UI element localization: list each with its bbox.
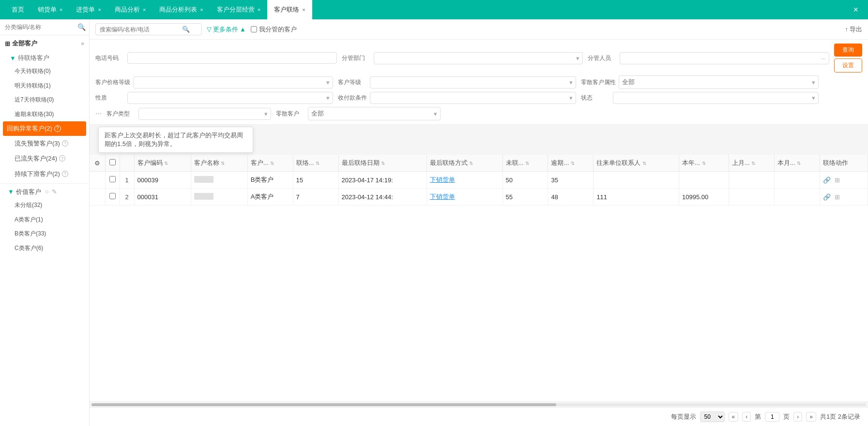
nav-close-customer-contact[interactable]: × xyxy=(302,0,305,19)
col-grade[interactable]: 客户... ⇅ xyxy=(247,155,293,172)
last-page-btn[interactable]: » xyxy=(806,412,816,422)
more-conditions-btn[interactable]: ▽ 更多条件 ▲ xyxy=(207,25,246,34)
nav-purchase-order[interactable]: 进货单 × xyxy=(69,0,107,19)
row-checkbox-cell[interactable] xyxy=(105,172,120,189)
sidebar-item-class-c[interactable]: C类客户(6) xyxy=(0,241,89,256)
first-page-btn[interactable]: « xyxy=(729,412,739,422)
nav-close-product-analysis[interactable]: × xyxy=(143,0,146,19)
col-this-month[interactable]: 本月... ⇅ xyxy=(774,155,820,172)
filter-retail-attr-select[interactable]: 全部 ▾ xyxy=(619,75,819,89)
prev-page-btn[interactable]: ‹ xyxy=(742,412,751,422)
settings-button[interactable]: 设置 xyxy=(834,59,862,73)
nav-close-product-analysis-list[interactable]: × xyxy=(200,0,203,19)
col-this-year[interactable]: 本年... ⇅ xyxy=(679,155,729,172)
col-uncontacted[interactable]: 未联... ⇅ xyxy=(503,155,548,172)
sidebar-all-customers[interactable]: ⊞ 全部客户 » xyxy=(0,35,89,52)
row-checkbox-1[interactable] xyxy=(109,193,116,199)
nav-product-analysis[interactable]: 商品分析 × xyxy=(108,0,152,19)
sidebar-search-input[interactable] xyxy=(5,24,77,30)
sidebar-item-churn-warning[interactable]: 流失预警客户(3) ? xyxy=(0,136,89,151)
sidebar-item-overdue-contact[interactable]: 逾期未联络(30) xyxy=(0,107,89,122)
filter-price-grade-select[interactable]: ▾ xyxy=(133,76,333,88)
col-customer-code[interactable]: 客户编码 ⇅ xyxy=(134,155,191,172)
row-last-method-cell[interactable]: 下销货单 xyxy=(426,189,503,206)
col-checkbox[interactable] xyxy=(105,155,120,172)
page-number-input[interactable] xyxy=(765,412,779,422)
col-last-contact-date[interactable]: 最后联络日期 ⇅ xyxy=(338,155,426,172)
main-search-icon[interactable]: 🔍 xyxy=(182,26,190,33)
column-settings-icon[interactable]: ⚙ xyxy=(94,160,100,167)
action-link-icon-0[interactable]: 🔗 xyxy=(823,176,831,184)
sidebar-item-today-contact[interactable]: 今天待联络(0) xyxy=(0,64,89,79)
query-button[interactable]: 查询 xyxy=(834,44,862,57)
col-settings[interactable]: ⚙ xyxy=(90,155,105,172)
sort-icon-grade[interactable]: ⇅ xyxy=(270,161,274,166)
nav-product-analysis-list[interactable]: 商品分析列表 × xyxy=(152,0,210,19)
sort-icon-name[interactable]: ⇅ xyxy=(221,161,225,166)
sort-icon-last-date[interactable]: ⇅ xyxy=(381,161,385,166)
sidebar-collapse-btn[interactable]: » xyxy=(81,40,84,47)
row-checkbox-0[interactable] xyxy=(109,176,116,182)
main-search-input[interactable] xyxy=(100,26,182,33)
sort-icon-contact[interactable]: ⇅ xyxy=(316,161,320,166)
sort-icon-this-year[interactable]: ⇅ xyxy=(702,161,706,166)
nav-close-sales-order[interactable]: × xyxy=(60,0,62,19)
sidebar-item-class-a[interactable]: A类客户(1) xyxy=(0,213,89,227)
sort-icon-overdue[interactable]: ⇅ xyxy=(571,161,575,166)
sort-icon-this-month[interactable]: ⇅ xyxy=(797,161,801,166)
action-grid-icon-0[interactable]: ⊞ xyxy=(835,176,840,184)
sort-icon-method[interactable]: ⇅ xyxy=(469,161,473,166)
filter-status-select[interactable]: ▾ xyxy=(613,92,819,104)
nav-customer-contact[interactable]: 客户联络 × xyxy=(267,0,312,19)
filter-phone-input[interactable] xyxy=(127,52,337,64)
col-contact-count[interactable]: 联络... ⇅ xyxy=(293,155,338,172)
sidebar-item-class-b[interactable]: B类客户(33) xyxy=(0,227,89,241)
my-customers-checkbox[interactable] xyxy=(251,26,257,32)
filter-dept-select[interactable]: ▾ xyxy=(374,52,583,64)
sort-icon-unit-contact[interactable]: ⇅ xyxy=(642,161,646,166)
col-last-month[interactable]: 上月... ⇅ xyxy=(729,155,774,172)
filter-retail-customer-select[interactable]: 全部 ▾ xyxy=(308,107,441,120)
nav-sales-order[interactable]: 销货单 × xyxy=(31,0,69,19)
action-link-icon-1[interactable]: 🔗 xyxy=(823,193,831,201)
row-checkbox-cell[interactable] xyxy=(105,189,120,206)
col-customer-name[interactable]: 客户名称 ⇅ xyxy=(191,155,247,172)
sidebar-search-icon[interactable]: 🔍 xyxy=(77,23,86,31)
filter-customer-grade-select[interactable]: ▾ xyxy=(370,76,576,88)
export-button[interactable]: ↑ 导出 xyxy=(845,25,863,34)
col-last-contact-method[interactable]: 最后联络方式 ⇅ xyxy=(426,155,503,172)
per-page-select[interactable]: 50 20 100 xyxy=(700,411,725,422)
sort-icon-code[interactable]: ⇅ xyxy=(164,161,168,166)
next-page-btn[interactable]: › xyxy=(793,412,802,422)
sidebar-item-tomorrow-contact[interactable]: 明天待联络(1) xyxy=(0,79,89,93)
sort-icon-last-month[interactable]: ⇅ xyxy=(751,161,755,166)
ellipsis-more-btn[interactable]: ··· xyxy=(95,109,102,118)
last-method-link-1[interactable]: 下销货单 xyxy=(430,193,455,200)
sidebar-item-declining-customers[interactable]: 持续下滑客户(2) ? xyxy=(0,166,89,181)
filter-manager-select[interactable]: ··· xyxy=(620,52,829,64)
sidebar-item-7days-contact[interactable]: 近7天待联络(0) xyxy=(0,93,89,107)
window-close-button[interactable]: × xyxy=(848,5,863,15)
sidebar-item-ungrouped[interactable]: 未分组(32) xyxy=(0,198,89,213)
sidebar-item-anomaly-repurchase[interactable]: 回购异常客户(2) ? xyxy=(3,121,86,135)
action-grid-icon-1[interactable]: ⊞ xyxy=(835,193,840,201)
row-last-method-cell[interactable]: 下销货单 xyxy=(426,172,503,189)
scrollbar-thumb[interactable] xyxy=(91,403,556,406)
sidebar-group-pending-contact[interactable]: ▼ 待联络客户 xyxy=(0,52,89,64)
select-all-checkbox[interactable] xyxy=(109,159,116,165)
filter-nature-select[interactable]: ▾ xyxy=(127,92,333,104)
value-customers-edit-icon[interactable]: ✎ xyxy=(52,188,57,195)
nav-close-customer-segmentation[interactable]: × xyxy=(258,0,260,19)
filter-payment-select[interactable]: ▾ xyxy=(370,92,576,104)
filter-customer-type-select[interactable]: ▾ xyxy=(138,108,271,120)
nav-home[interactable]: 首页 xyxy=(5,0,31,19)
nav-customer-segmentation[interactable]: 客户分层经营 × xyxy=(210,0,267,19)
horizontal-scrollbar[interactable] xyxy=(90,401,868,407)
sidebar-group-value-customers[interactable]: ▼ 价值客户 ○ ✎ xyxy=(0,186,89,198)
col-overdue[interactable]: 逾期... ⇅ xyxy=(548,155,594,172)
nav-close-purchase-order[interactable]: × xyxy=(98,0,101,19)
col-unit-contact[interactable]: 往来单位联系人 ⇅ xyxy=(594,155,679,172)
sidebar-item-churned-customers[interactable]: 已流失客户(24) ? xyxy=(0,151,89,166)
sort-icon-uncontacted[interactable]: ⇅ xyxy=(525,161,529,166)
last-method-link-0[interactable]: 下销货单 xyxy=(430,176,455,183)
